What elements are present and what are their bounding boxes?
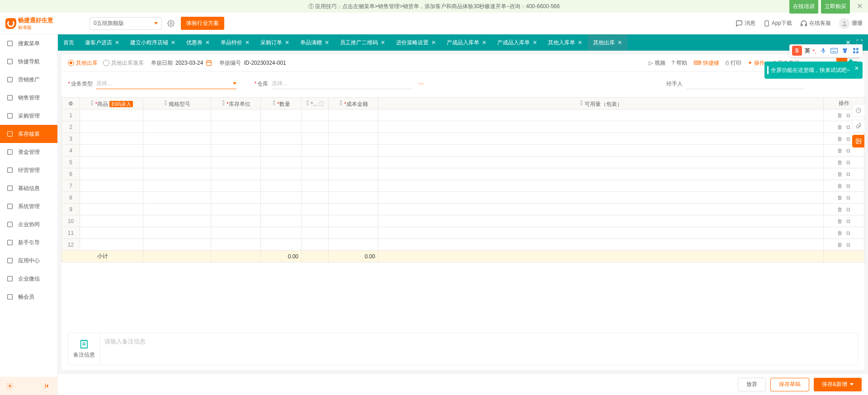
- th-config[interactable]: ⚙: [62, 98, 80, 109]
- sidebar-item[interactable]: 营销推广: [0, 71, 57, 89]
- th-unit[interactable]: ▲▼*库存单位: [211, 98, 261, 109]
- app-download-button[interactable]: App下载: [764, 19, 792, 27]
- scan-badge[interactable]: 扫码录入: [109, 101, 133, 107]
- help-button[interactable]: ?帮助: [672, 59, 688, 67]
- table-row[interactable]: 12🗑⧉: [62, 239, 864, 251]
- copy-icon[interactable]: ⧉: [846, 148, 850, 154]
- sidebar-item[interactable]: 系统管理: [0, 197, 57, 215]
- delete-icon[interactable]: 🗑: [837, 206, 843, 213]
- tab[interactable]: 产成品入库单✕: [492, 34, 542, 51]
- sidebar-item[interactable]: 库存核算: [0, 125, 57, 143]
- close-icon[interactable]: ✕: [578, 39, 582, 46]
- remark-input[interactable]: [100, 333, 858, 365]
- online-service-button[interactable]: 在线客服: [800, 19, 831, 27]
- tab[interactable]: 邀客户进店✕: [80, 34, 125, 51]
- close-icon[interactable]: ✕: [245, 39, 250, 46]
- discard-button[interactable]: 放弃: [738, 378, 766, 391]
- delete-icon[interactable]: 🗑: [837, 230, 843, 236]
- tab-home[interactable]: 首页: [58, 34, 80, 51]
- tab[interactable]: 其他入库单✕: [542, 34, 588, 51]
- ops-button[interactable]: ✦操作: [748, 59, 765, 67]
- delete-icon[interactable]: 🗑: [837, 183, 843, 189]
- image-rail-icon[interactable]: [852, 135, 864, 148]
- table-row[interactable]: 8🗑⧉: [62, 192, 864, 204]
- copy-icon[interactable]: ⧉: [846, 206, 850, 213]
- ime-dot-icon[interactable]: •¸: [813, 48, 816, 54]
- close-icon[interactable]: ✕: [533, 39, 537, 46]
- copy-icon[interactable]: ⧉: [846, 242, 850, 248]
- close-icon[interactable]: ✕: [171, 39, 175, 46]
- warehouse-select[interactable]: 选择...: [272, 78, 412, 89]
- grid-icon[interactable]: [852, 47, 860, 55]
- tab[interactable]: 其他出库✕: [588, 34, 627, 51]
- mic-icon[interactable]: [819, 47, 827, 55]
- tab[interactable]: 单品满赠✕: [295, 34, 335, 51]
- print-button[interactable]: ⎙打印: [726, 59, 741, 67]
- sidebar-item[interactable]: 搜索菜单: [0, 34, 57, 52]
- gear-icon[interactable]: [6, 382, 14, 390]
- table-row[interactable]: 2🗑⧉: [62, 121, 864, 133]
- more-icon[interactable]: ⋯: [418, 81, 425, 87]
- sidebar-item[interactable]: 基础信息: [0, 179, 57, 197]
- sidebar-item[interactable]: 畅会员: [0, 288, 57, 306]
- buy-now-button[interactable]: 立即购买: [821, 0, 850, 14]
- th-product[interactable]: ▲▼*商品 扫码录入: [80, 98, 143, 109]
- history-rail-icon[interactable]: [852, 104, 864, 117]
- delete-icon[interactable]: 🗑: [837, 124, 843, 130]
- keyboard-icon[interactable]: [830, 47, 838, 55]
- delete-icon[interactable]: 🗑: [837, 242, 843, 248]
- user-menu[interactable]: 珊珊: [839, 18, 863, 29]
- th-cost[interactable]: ▲▼*成本金额: [329, 98, 378, 109]
- shortcut-button[interactable]: ⌨快捷键: [693, 59, 719, 67]
- close-icon[interactable]: ✕: [381, 39, 385, 46]
- table-row[interactable]: 3🗑⧉: [62, 133, 864, 145]
- copy-icon[interactable]: ⧉: [846, 112, 850, 119]
- close-icon[interactable]: ✕: [857, 0, 863, 13]
- close-icon[interactable]: ✕: [854, 64, 859, 72]
- tab[interactable]: 产成品入库单✕: [441, 34, 492, 51]
- delete-icon[interactable]: 🗑: [837, 112, 843, 119]
- sidebar-item[interactable]: 快捷导航: [0, 52, 57, 71]
- table-row[interactable]: 6🗑⧉: [62, 168, 864, 180]
- tab[interactable]: 员工推广二维码✕: [335, 34, 391, 51]
- delete-icon[interactable]: 🗑: [837, 159, 843, 166]
- sidebar-item[interactable]: 应用中心: [0, 252, 57, 270]
- tab[interactable]: 建立小程序店铺✕: [125, 34, 181, 51]
- tab[interactable]: 优惠券✕: [181, 34, 215, 51]
- table-row[interactable]: 5🗑⧉: [62, 157, 864, 168]
- close-icon[interactable]: ✕: [115, 39, 119, 46]
- copy-icon[interactable]: ⧉: [846, 171, 850, 177]
- th-more[interactable]: ▲▼*... ⓘ: [302, 98, 329, 109]
- close-icon[interactable]: ✕: [325, 39, 329, 46]
- delete-icon[interactable]: 🗑: [837, 148, 843, 154]
- sidebar-item[interactable]: 资金管理: [0, 143, 57, 161]
- save-draft-button[interactable]: 保存草稿: [770, 378, 809, 391]
- copy-icon[interactable]: ⧉: [846, 159, 850, 166]
- calendar-icon[interactable]: [206, 60, 212, 66]
- handler-input[interactable]: [686, 78, 804, 89]
- biz-type-select[interactable]: 选择...: [96, 78, 236, 89]
- collapse-icon[interactable]: [44, 382, 51, 390]
- sidebar-item[interactable]: 销售管理: [0, 89, 57, 107]
- sidebar-item[interactable]: 经营管理: [0, 161, 57, 179]
- info-icon[interactable]: ⓘ: [319, 101, 324, 107]
- tab[interactable]: 单品特价✕: [215, 34, 255, 51]
- save-and-new-button[interactable]: 保存&新增: [814, 378, 862, 391]
- close-icon[interactable]: ✕: [431, 39, 436, 46]
- attachment-rail-icon[interactable]: [852, 119, 864, 132]
- tab[interactable]: 进价策略设置✕: [391, 34, 441, 51]
- sidebar-item[interactable]: 企业协同: [0, 215, 57, 233]
- delete-icon[interactable]: 🗑: [837, 171, 843, 177]
- copy-icon[interactable]: ⧉: [846, 183, 850, 189]
- close-icon[interactable]: ✕: [482, 39, 486, 46]
- table-row[interactable]: 9🗑⧉: [62, 204, 864, 215]
- try-industry-button[interactable]: 体验行业方案: [181, 17, 224, 30]
- th-avail[interactable]: ▲▼可用量（包装）: [378, 98, 824, 109]
- sidebar-item[interactable]: 新手引导: [0, 233, 57, 252]
- th-qty[interactable]: ▲▼*数量: [261, 98, 302, 109]
- sidebar-item[interactable]: 企业微信: [0, 270, 57, 288]
- messages-button[interactable]: 消息: [736, 19, 755, 27]
- ime-lang[interactable]: 英: [805, 47, 810, 55]
- th-spec[interactable]: ▲▼规格型号: [143, 98, 211, 109]
- radio-other-outbound[interactable]: 其他出库: [68, 59, 98, 67]
